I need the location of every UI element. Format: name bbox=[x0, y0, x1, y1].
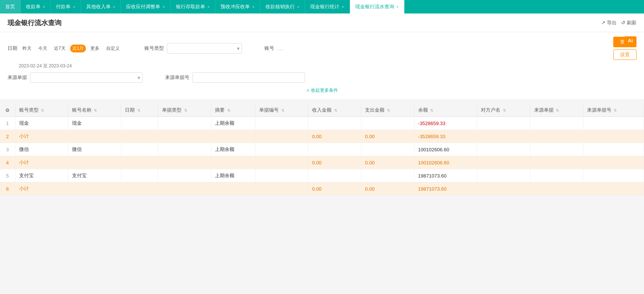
col-counterpart[interactable]: 对方户名 ⇅ bbox=[477, 104, 530, 117]
account-type-filter-group: 账号类型 ▾ bbox=[144, 43, 242, 54]
export-icon: ↗ bbox=[601, 20, 605, 25]
shortcut-yesterday[interactable]: 昨天 bbox=[20, 45, 34, 52]
sort-summary-icon: ⇅ bbox=[227, 108, 230, 112]
cell-account-type: 小计 bbox=[15, 182, 68, 196]
nav-ar-ap-close[interactable]: × bbox=[162, 4, 165, 9]
nav-advance-recv[interactable]: 预收冲应收单 × bbox=[215, 0, 260, 13]
nav-recv-exec[interactable]: 收款核销执行 × bbox=[260, 0, 305, 13]
table-row[interactable]: 2 小计 0.00 0.00 -3528659.33 bbox=[0, 130, 644, 143]
header-actions: ↗ 导出 ↺ 刷新 bbox=[601, 19, 636, 26]
refresh-label: 刷新 bbox=[627, 19, 636, 26]
cell-num: 5 bbox=[0, 169, 15, 182]
ai-badge[interactable]: Ai bbox=[624, 36, 636, 45]
cell-doc-type bbox=[158, 117, 211, 130]
nav-advance-recv-close[interactable]: × bbox=[252, 4, 254, 9]
nav-payment-label: 付款单 bbox=[56, 3, 71, 10]
nav-ar-ap-label: 应收应付调整单 bbox=[126, 3, 160, 10]
cell-source-doc-no bbox=[583, 156, 644, 169]
col-doc-type[interactable]: 单据类型 ⇅ bbox=[158, 104, 211, 117]
col-expense[interactable]: 支出金额 ⇅ bbox=[361, 104, 414, 117]
cell-account-name: 支付宝 bbox=[68, 169, 121, 182]
sort-balance-icon: ⇅ bbox=[430, 108, 433, 112]
nav-other-income[interactable]: 其他收入单 × bbox=[81, 0, 121, 13]
filter-area: 日期 昨天 今天 近7天 近1月 更多 自定义 账号类型 ▾ 账号 ... bbox=[0, 32, 644, 100]
cell-doc-no bbox=[255, 117, 308, 130]
nav-cash-flow-close[interactable]: × bbox=[396, 4, 399, 9]
cell-num: 4 bbox=[0, 156, 15, 169]
cell-source-doc-no bbox=[583, 117, 644, 130]
nav-home[interactable]: 首页 bbox=[0, 0, 21, 13]
cell-summary: 上期余额 bbox=[211, 117, 255, 130]
col-account-name[interactable]: 账号名称 ⇅ bbox=[68, 104, 121, 117]
top-navigation: 首页 收款单 × 付款单 × 其他收入单 × 应收应付调整单 × 银行存取款单 … bbox=[0, 0, 644, 13]
cell-source-doc bbox=[530, 143, 583, 156]
collapse-bar[interactable]: ∧ 收起更多条件 bbox=[8, 86, 636, 95]
table-row[interactable]: 1 现金 现金 上期余额 -3528659.33 bbox=[0, 117, 644, 130]
sort-doc-type-icon: ⇅ bbox=[184, 108, 187, 112]
col-date[interactable]: 日期 ⇅ bbox=[121, 104, 158, 117]
col-balance[interactable]: 余额 ⇅ bbox=[414, 104, 477, 117]
col-account-type[interactable]: 账号类型 ⇅ bbox=[15, 104, 68, 117]
cell-counterpart bbox=[477, 182, 530, 196]
cell-income: 0.00 bbox=[308, 182, 361, 196]
nav-other-income-close[interactable]: × bbox=[113, 4, 115, 9]
shortcut-custom[interactable]: 自定义 bbox=[104, 45, 122, 52]
cell-account-type: 现金 bbox=[15, 117, 68, 130]
export-button[interactable]: ↗ 导出 bbox=[601, 19, 617, 26]
table-row[interactable]: 5 支付宝 支付宝 上期余额 19871073.60 bbox=[0, 169, 644, 182]
col-summary[interactable]: 摘要 ⇅ bbox=[211, 104, 255, 117]
cell-source-doc bbox=[530, 156, 583, 169]
cell-income bbox=[308, 169, 361, 182]
cell-account-type: 微信 bbox=[15, 143, 68, 156]
nav-cash-flow-label: 现金银行流水查询 bbox=[355, 3, 394, 10]
account-no-more-dots[interactable]: ... bbox=[277, 46, 284, 51]
cell-doc-no bbox=[255, 169, 308, 182]
source-doc-select[interactable] bbox=[30, 72, 143, 83]
cell-doc-no bbox=[255, 143, 308, 156]
date-filter-label: 日期 bbox=[8, 45, 17, 52]
nav-recv-exec-close[interactable]: × bbox=[297, 4, 299, 9]
cell-expense: 0.00 bbox=[361, 182, 414, 196]
nav-bank-deposit-close[interactable]: × bbox=[207, 4, 210, 9]
shortcut-more[interactable]: 更多 bbox=[88, 45, 102, 52]
nav-payment[interactable]: 付款单 × bbox=[51, 0, 81, 13]
col-source-doc[interactable]: 来源单据 ⇅ bbox=[530, 104, 583, 117]
nav-payment-close[interactable]: × bbox=[73, 4, 75, 9]
col-source-doc-no[interactable]: 来源单据号 ⇅ bbox=[583, 104, 644, 117]
table-row[interactable]: 6 小计 0.00 0.00 19871073.60 bbox=[0, 182, 644, 196]
table-row[interactable]: 4 小计 0.00 0.00 100102606.60 bbox=[0, 156, 644, 169]
sort-doc-no-icon: ⇅ bbox=[281, 108, 284, 112]
date-shortcuts: 昨天 今天 近7天 近1月 更多 自定义 bbox=[20, 45, 122, 52]
nav-bank-deposit[interactable]: 银行存取款单 × bbox=[171, 0, 215, 13]
col-income[interactable]: 收入金额 ⇅ bbox=[308, 104, 361, 117]
account-type-select[interactable] bbox=[167, 43, 242, 54]
nav-receipt-close[interactable]: × bbox=[43, 4, 45, 9]
col-settings[interactable]: ⚙ bbox=[0, 104, 15, 117]
nav-cash-stats-close[interactable]: × bbox=[342, 4, 344, 9]
cell-source-doc-no bbox=[583, 143, 644, 156]
cell-num: 1 bbox=[0, 117, 15, 130]
table-row[interactable]: 3 微信 微信 上期余额 100102606.60 bbox=[0, 143, 644, 156]
refresh-button[interactable]: ↺ 刷新 bbox=[621, 19, 636, 26]
cell-account-name: 现金 bbox=[68, 117, 121, 130]
nav-receipt[interactable]: 收款单 × bbox=[21, 0, 51, 13]
cell-counterpart bbox=[477, 169, 530, 182]
shortcut-today[interactable]: 今天 bbox=[36, 45, 50, 52]
cell-account-name bbox=[68, 130, 121, 143]
source-doc-no-input[interactable] bbox=[192, 72, 305, 83]
table-header-row: ⚙ 账号类型 ⇅ 账号名称 ⇅ 日期 ⇅ 单据类型 ⇅ 摘 bbox=[0, 104, 644, 117]
settings-button[interactable]: 设置 bbox=[613, 49, 636, 60]
data-table: ⚙ 账号类型 ⇅ 账号名称 ⇅ 日期 ⇅ 单据类型 ⇅ 摘 bbox=[0, 104, 644, 196]
nav-receipt-label: 收款单 bbox=[26, 3, 41, 10]
nav-recv-exec-label: 收款核销执行 bbox=[266, 3, 295, 10]
export-label: 导出 bbox=[607, 19, 617, 26]
account-type-label: 账号类型 bbox=[144, 45, 164, 52]
nav-cash-flow[interactable]: 现金银行流水查询 × bbox=[350, 0, 404, 13]
shortcut-7days[interactable]: 近7天 bbox=[52, 45, 68, 52]
nav-ar-ap-adjust[interactable]: 应收应付调整单 × bbox=[121, 0, 170, 13]
page-header: 现金银行流水查询 ↗ 导出 ↺ 刷新 bbox=[0, 13, 644, 32]
col-doc-no[interactable]: 单据编号 ⇅ bbox=[255, 104, 308, 117]
nav-cash-stats[interactable]: 现金银行统计 × bbox=[305, 0, 350, 13]
shortcut-1month[interactable]: 近1月 bbox=[70, 45, 86, 52]
cell-source-doc bbox=[530, 117, 583, 130]
